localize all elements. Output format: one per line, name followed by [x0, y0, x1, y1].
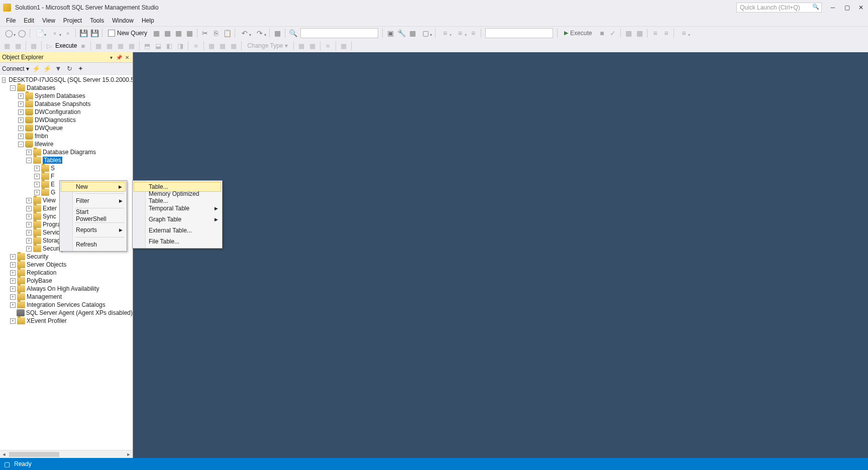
new-query-button[interactable]: New Query — [105, 28, 150, 39]
stop-button[interactable]: ■ — [597, 28, 607, 38]
tree-polybase[interactable]: +PolyBase — [0, 277, 133, 285]
expand-icon[interactable]: + — [34, 190, 40, 195]
tool-1-button[interactable]: ▣ — [385, 28, 395, 38]
tree-f[interactable]: +F — [0, 172, 133, 180]
scroll-right-icon[interactable]: ► — [125, 452, 133, 457]
ctx-powershell[interactable]: Start PowerShell — [61, 210, 126, 221]
expand-icon[interactable]: − — [26, 158, 32, 163]
oe-filter-icon[interactable]: ▼ — [54, 65, 62, 73]
find-button[interactable]: 🔍 — [288, 28, 298, 38]
oe-dropdown-icon[interactable]: ▾ — [107, 54, 115, 61]
expand-icon[interactable]: + — [26, 206, 32, 211]
tree-management[interactable]: +Management — [0, 293, 133, 301]
check-button[interactable]: ✓ — [608, 28, 618, 38]
expand-icon[interactable]: + — [18, 118, 24, 123]
scroll-thumb[interactable] — [9, 452, 59, 457]
query-type-3-button[interactable]: ▦ — [173, 28, 183, 38]
expand-icon[interactable]: + — [18, 101, 24, 107]
expand-icon[interactable]: + — [26, 198, 32, 203]
expand-icon[interactable]: + — [10, 254, 16, 260]
paste-button[interactable]: 📋 — [222, 28, 232, 38]
expand-icon[interactable]: + — [10, 262, 16, 268]
expand-icon[interactable]: − — [2, 77, 6, 83]
opt-3-button[interactable]: ≡ — [650, 28, 660, 38]
change-type-dropdown[interactable]: Change Type ▾ — [244, 42, 291, 49]
oe-pin-icon[interactable]: 📌 — [116, 54, 123, 61]
ctx-new-memory-table[interactable]: Memory Optimized Table... — [134, 192, 221, 203]
query-type-4-button[interactable]: ▦ — [184, 28, 194, 38]
menu-project[interactable]: Project — [59, 16, 86, 25]
tree-diagrams[interactable]: +Database Diagrams — [0, 148, 133, 156]
tool-4-button[interactable]: ▢ — [418, 28, 432, 38]
undo-button[interactable]: ↶ — [238, 28, 252, 38]
opt-4-button[interactable]: ≡ — [661, 28, 671, 38]
menu-window[interactable]: Window — [108, 16, 138, 25]
oe-add-icon[interactable]: ✦ — [76, 65, 84, 73]
opt-2-button[interactable]: ▦ — [634, 28, 644, 38]
oe-stop-icon[interactable]: ⚡ — [43, 65, 51, 73]
tree-dwdiag[interactable]: +DWDiagnostics — [0, 116, 133, 124]
tree-always-on[interactable]: +Always On High Availability — [0, 285, 133, 293]
tree-sysdb[interactable]: +System Databases — [0, 92, 133, 100]
t2-2[interactable]: ▦ — [13, 41, 23, 51]
oe-disconnect-icon[interactable]: ⚡ — [32, 65, 40, 73]
tree-agent[interactable]: SQL Server Agent (Agent XPs disabled) — [0, 309, 133, 317]
expand-icon[interactable]: + — [18, 93, 24, 99]
execute-button-2[interactable]: Execute — [55, 42, 77, 49]
expand-icon[interactable]: + — [34, 166, 40, 171]
outdent-button[interactable]: ≡ — [453, 28, 467, 38]
tree-security[interactable]: +Security — [0, 253, 133, 261]
ctx-new-file-table[interactable]: File Table... — [134, 236, 221, 247]
expand-icon[interactable]: + — [10, 294, 16, 300]
expand-icon[interactable]: + — [34, 182, 40, 187]
expand-icon[interactable]: + — [26, 246, 32, 252]
expand-icon[interactable]: + — [10, 302, 16, 308]
connect-button[interactable]: Connect ▾ — [2, 65, 29, 72]
maximize-button[interactable]: ▢ — [840, 2, 854, 14]
ctx-new-temporal-table[interactable]: Temporal Table▶ — [134, 203, 221, 214]
menu-help[interactable]: Help — [138, 16, 158, 25]
expand-icon[interactable]: + — [18, 126, 24, 131]
execute-button[interactable]: ▶ Execute — [560, 28, 596, 39]
scroll-left-icon[interactable]: ◄ — [0, 452, 8, 457]
expand-icon[interactable]: + — [10, 318, 16, 324]
tree-replication[interactable]: +Replication — [0, 269, 133, 277]
forward-button[interactable]: ◯ — [17, 28, 27, 38]
expand-icon[interactable]: − — [10, 85, 16, 91]
save-all-button[interactable]: 💾 — [89, 28, 99, 38]
query-type-1-button[interactable]: ▦ — [151, 28, 161, 38]
save-button[interactable]: 💾 — [78, 28, 88, 38]
oe-refresh-icon[interactable]: ↻ — [65, 65, 73, 73]
tree-lifewire[interactable]: −lifewire — [0, 140, 133, 148]
expand-icon[interactable]: + — [26, 214, 32, 219]
database-combo[interactable] — [300, 28, 378, 38]
ctx-refresh[interactable]: Refresh — [61, 239, 126, 250]
tree-databases[interactable]: −Databases — [0, 84, 133, 92]
tree-dwconfig[interactable]: +DWConfiguration — [0, 108, 133, 116]
cut-button[interactable]: ✂ — [200, 28, 210, 38]
menu-file[interactable]: File — [2, 16, 20, 25]
comment-button[interactable]: ≡ — [468, 28, 478, 38]
expand-icon[interactable]: + — [26, 150, 32, 155]
open-button[interactable]: ▫ — [48, 28, 62, 38]
tree-server-objects[interactable]: +Server Objects — [0, 261, 133, 269]
ctx-reports[interactable]: Reports▶ — [61, 224, 126, 236]
back-button[interactable]: ◯ — [2, 28, 16, 38]
tree-dwqueue[interactable]: +DWQueue — [0, 124, 133, 132]
target-combo[interactable] — [485, 28, 553, 38]
tool-2-button[interactable]: 🔧 — [396, 28, 406, 38]
tree-fmbn[interactable]: +fmbn — [0, 132, 133, 140]
debug-button[interactable]: ▷ — [44, 41, 54, 51]
tree-server[interactable]: −DESKTOP-I7\JGSQL (SQL Server 15.0.2000.… — [0, 76, 133, 84]
expand-icon[interactable]: − — [18, 142, 24, 147]
ctx-new-graph-table[interactable]: Graph Table▶ — [134, 214, 221, 225]
ctx-filter[interactable]: Filter▶ — [61, 195, 126, 206]
add-button[interactable]: ▫ — [63, 28, 73, 38]
menu-tools[interactable]: Tools — [86, 16, 108, 25]
indent-button[interactable]: ≡ — [438, 28, 452, 38]
menu-edit[interactable]: Edit — [20, 16, 38, 25]
oe-hscrollbar[interactable]: ◄ ► — [0, 450, 133, 458]
ctx-new[interactable]: New▶ — [61, 182, 126, 192]
expand-icon[interactable]: + — [10, 278, 16, 284]
query-type-2-button[interactable]: ▦ — [162, 28, 172, 38]
